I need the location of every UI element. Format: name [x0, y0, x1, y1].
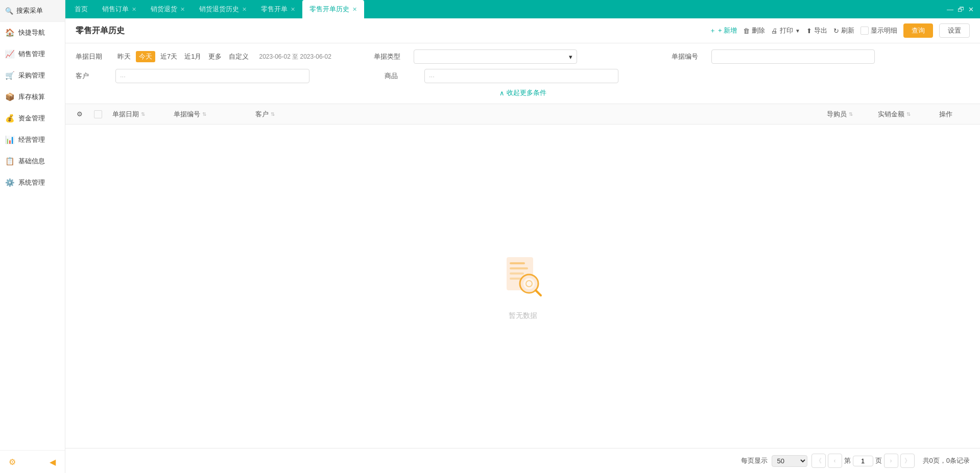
sidebar-search[interactable]: 🔍 搜索采单: [0, 0, 65, 22]
display-detail-checkbox[interactable]: 显示明细: [861, 26, 897, 35]
empty-state: 暂无数据: [65, 125, 980, 448]
goods-input[interactable]: ···: [424, 69, 618, 83]
date-option-custom[interactable]: 自定义: [227, 51, 251, 62]
th-date[interactable]: 单据日期 ⇅: [107, 110, 169, 119]
sidebar-item-label: 基础信息: [18, 157, 45, 166]
sidebar-item-purchase-mgmt[interactable]: 🛒 采购管理: [0, 65, 65, 86]
sidebar-item-sys-mgmt[interactable]: ⚙️ 系统管理: [0, 172, 65, 193]
settings-footer-icon[interactable]: ⚙: [6, 456, 18, 468]
export-button[interactable]: ⬆ 导出: [806, 26, 827, 35]
sidebar-item-finance[interactable]: 💰 资金管理: [0, 108, 65, 129]
delete-label: 删除: [752, 26, 765, 35]
page-label: 第: [844, 456, 851, 465]
sidebar-item-inventory[interactable]: 📦 库存核算: [0, 86, 65, 108]
tab-retail-open-close[interactable]: ✕: [291, 6, 295, 13]
th-amount[interactable]: 实销金额 ⇅: [873, 110, 934, 119]
th-settings[interactable]: ⚙: [70, 110, 89, 118]
next-page-button[interactable]: ›: [884, 454, 898, 468]
sidebar-item-label: 销售管理: [18, 49, 45, 59]
operations-icon: 📊: [5, 135, 14, 144]
svg-rect-1: [510, 262, 525, 264]
display-detail-check-icon: [861, 27, 869, 35]
sidebar-item-sales-mgmt[interactable]: 📈 销售管理: [0, 43, 65, 65]
tab-retail-open[interactable]: 零售开单 ✕: [254, 0, 302, 18]
print-button[interactable]: 🖨 打印 ▼: [771, 26, 800, 35]
export-icon: ⬆: [806, 27, 812, 35]
pagination-nav: 《 ‹ 第 页 › 》: [811, 454, 915, 468]
search-icon: 🔍: [5, 7, 13, 15]
tab-sales-order-label: 销售订单: [102, 5, 129, 14]
tab-sales-return[interactable]: 销货退货 ✕: [144, 0, 192, 18]
th-guide[interactable]: 导购员 ⇅: [822, 110, 873, 119]
close-window-button[interactable]: ✕: [968, 6, 974, 13]
bill-type-select[interactable]: ▾: [414, 49, 577, 64]
add-button[interactable]: ＋ + 新增: [709, 26, 737, 35]
table-wrap: ⚙ 单据日期 ⇅ 单据编号 ⇅ 客户 ⇅ 导购员: [65, 104, 980, 448]
refresh-icon: ↻: [833, 27, 839, 35]
table-settings-icon: ⚙: [77, 110, 83, 118]
date-option-more[interactable]: 更多: [206, 51, 224, 62]
bill-type-dropdown-icon: ▾: [569, 53, 572, 61]
th-date-sort: ⇅: [141, 111, 145, 117]
tab-sales-return-label: 销货退货: [151, 5, 177, 14]
date-option-last1month[interactable]: 近1月: [182, 51, 203, 62]
th-action-label: 操作: [939, 110, 952, 119]
first-page-button[interactable]: 《: [811, 454, 826, 468]
tab-sales-return-history-close[interactable]: ✕: [242, 6, 247, 13]
add-icon: ＋: [709, 26, 716, 35]
sidebar-footer: ⚙ ◀: [0, 450, 65, 473]
settings-button[interactable]: 设置: [939, 23, 970, 38]
th-guide-sort: ⇅: [849, 111, 853, 117]
sidebar-item-label: 经营管理: [18, 135, 45, 144]
page-header: 零售开单历史 ＋ + 新增 🗑 删除 🖨 打印 ▼ ⬆ 导出: [65, 18, 980, 43]
per-page-select[interactable]: 50 10 20 100: [772, 455, 807, 467]
last-page-button[interactable]: 》: [900, 454, 915, 468]
th-customer-sort: ⇅: [271, 111, 275, 117]
bill-number-input[interactable]: [711, 49, 875, 64]
tab-sales-return-history-label: 销货退货历史: [199, 5, 239, 14]
date-range-display: 2023-06-02 至 2023-06-02: [259, 53, 331, 61]
date-option-yesterday[interactable]: 昨天: [115, 51, 133, 62]
th-action: 操作: [934, 110, 975, 119]
tab-sales-order[interactable]: 销售订单 ✕: [95, 0, 144, 18]
delete-button[interactable]: 🗑 删除: [743, 26, 765, 35]
date-filter-label: 单据日期: [76, 52, 111, 61]
goods-dots: ···: [429, 72, 435, 80]
th-checkbox[interactable]: [89, 110, 107, 118]
th-customer-label: 客户: [255, 110, 269, 119]
tab-retail-history[interactable]: 零售开单历史 ✕: [302, 0, 364, 18]
tabs-list: 首页 销售订单 ✕ 销货退货 ✕ 销货退货历史 ✕ 零售开单 ✕ 零售开单历史 …: [67, 0, 364, 18]
tab-sales-order-close[interactable]: ✕: [132, 6, 136, 13]
tab-sales-return-close[interactable]: ✕: [180, 6, 185, 13]
collapse-filter-row[interactable]: ∧ 收起更多条件: [76, 88, 970, 97]
sales-icon: 📈: [5, 49, 14, 59]
sidebar-item-quick-nav[interactable]: 🏠 快捷导航: [0, 22, 65, 43]
add-label: + 新增: [718, 26, 737, 35]
tab-home[interactable]: 首页: [67, 0, 95, 18]
tab-sales-return-history[interactable]: 销货退货历史 ✕: [192, 0, 254, 18]
svg-rect-2: [510, 267, 528, 269]
restore-button[interactable]: 🗗: [958, 6, 964, 13]
customer-input[interactable]: ···: [115, 69, 309, 83]
sidebar-item-basic-info[interactable]: 📋 基础信息: [0, 151, 65, 172]
date-option-last7[interactable]: 近7天: [158, 51, 179, 62]
empty-text: 暂无数据: [509, 311, 537, 320]
prev-page-button[interactable]: ‹: [828, 454, 842, 468]
collapse-label: 收起更多条件: [507, 88, 546, 97]
query-button[interactable]: 查询: [903, 23, 933, 38]
sidebar-item-operations[interactable]: 📊 经营管理: [0, 129, 65, 151]
collapse-sidebar-icon[interactable]: ◀: [46, 456, 59, 468]
th-number[interactable]: 单据编号 ⇅: [169, 110, 250, 119]
tab-retail-history-close[interactable]: ✕: [352, 6, 357, 13]
th-customer[interactable]: 客户 ⇅: [250, 110, 822, 119]
refresh-button[interactable]: ↻ 刷新: [833, 26, 854, 35]
customer-filter-label: 客户: [76, 71, 111, 81]
date-option-today[interactable]: 今天: [136, 51, 155, 62]
sidebar-search-label: 搜索采单: [16, 6, 43, 15]
th-number-sort: ⇅: [202, 111, 206, 117]
minimize-button[interactable]: —: [947, 6, 953, 13]
finance-icon: 💰: [5, 114, 14, 123]
page-number-input[interactable]: [853, 456, 873, 466]
basic-info-icon: 📋: [5, 157, 14, 166]
empty-icon: [497, 252, 548, 303]
